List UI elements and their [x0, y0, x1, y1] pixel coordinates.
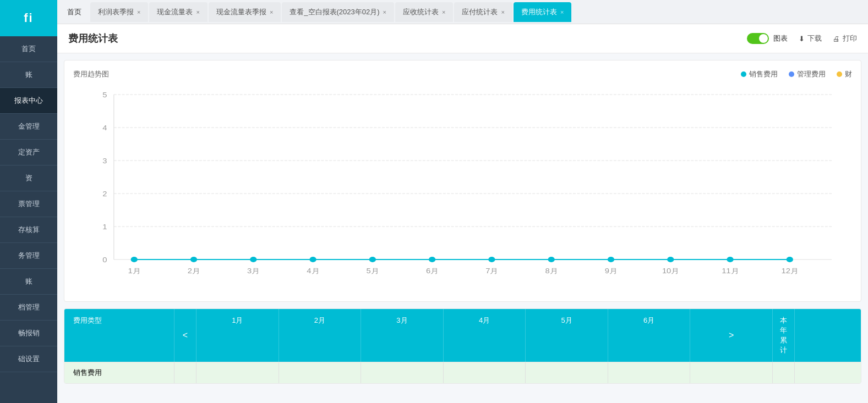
sidebar-item-settings[interactable]: 础设置: [0, 346, 57, 372]
row-val-0: [174, 362, 196, 383]
tab-close-cashflow[interactable]: ×: [196, 9, 199, 15]
table-row: 销售费用: [64, 362, 861, 383]
col-month-3: 3月: [361, 309, 444, 362]
row-val-2: [279, 362, 362, 383]
row-label: 销售费用: [64, 362, 174, 383]
toggle-label: 图表: [773, 34, 788, 43]
sidebar-item-reports[interactable]: 报表中心: [0, 88, 57, 114]
tab-receivable[interactable]: 应收统计表 ×: [395, 2, 453, 22]
main-area: 首页 利润表季报 × 现金流量表 × 现金流量表季报 × 查看_空白报表(202…: [57, 0, 868, 403]
sidebar-item-expense[interactable]: 畅报销: [0, 321, 57, 346]
sidebar-item-account[interactable]: 账: [0, 62, 57, 88]
svg-text:10月: 10月: [662, 267, 679, 274]
svg-text:0: 0: [102, 256, 107, 263]
tab-close-profit-quarter[interactable]: ×: [137, 9, 140, 15]
sidebar-item-archive[interactable]: 档管理: [0, 295, 57, 321]
table-header: 费用类型 < 1月 2月 3月 4月 5月 6月 > 本年累计: [64, 309, 861, 362]
svg-text:4: 4: [102, 124, 107, 131]
tab-close-blank[interactable]: ×: [383, 9, 386, 15]
col-nav-prev[interactable]: <: [174, 309, 196, 362]
chart-header: 费用趋势图 销售费用 管理费用 财: [73, 69, 852, 79]
col-month-6: 6月: [608, 309, 691, 362]
svg-text:4月: 4月: [307, 267, 319, 274]
tab-profit-quarter[interactable]: 利润表季报 ×: [90, 2, 148, 22]
svg-text:2月: 2月: [188, 267, 200, 274]
print-icon: 🖨: [833, 35, 840, 43]
header-actions: 图表 ⬇ 下载 🖨 打印: [747, 33, 857, 44]
legend-dot-admin: [789, 71, 794, 77]
legend-dot-sales: [741, 71, 746, 77]
col-month-2: 2月: [279, 309, 362, 362]
svg-point-27: [250, 257, 256, 262]
svg-text:3月: 3月: [247, 267, 259, 274]
svg-text:12月: 12月: [781, 267, 798, 274]
row-val-6: [608, 362, 691, 383]
chart-toggle-wrap: 图表: [747, 33, 788, 44]
chart-container: 5 4 3 2 1 0 1月 2月 3月 4月 5月: [73, 84, 852, 292]
svg-point-26: [190, 257, 197, 262]
tab-cashflow[interactable]: 现金流量表 ×: [149, 2, 207, 22]
col-month-4: 4月: [444, 309, 526, 362]
svg-text:5月: 5月: [367, 267, 379, 274]
tab-home[interactable]: 首页: [59, 2, 89, 22]
tab-close-payable[interactable]: ×: [501, 9, 504, 15]
sidebar-item-ledger[interactable]: 账: [0, 269, 57, 295]
row-val-5: [526, 362, 608, 383]
tab-bar: 首页 利润表季报 × 现金流量表 × 现金流量表季报 × 查看_空白报表(202…: [57, 0, 868, 24]
sidebar-item-home[interactable]: 首页: [0, 36, 57, 62]
page-header: 费用统计表 图表 ⬇ 下载 🖨 打印: [57, 24, 868, 53]
legend-label-finance: 财: [845, 69, 852, 79]
sidebar-item-inventory[interactable]: 存核算: [0, 217, 57, 243]
svg-point-31: [488, 257, 495, 262]
download-icon: ⬇: [799, 35, 805, 43]
sidebar-item-assets[interactable]: 定资产: [0, 140, 57, 165]
tab-close-receivable[interactable]: ×: [442, 9, 445, 15]
trend-chart: 5 4 3 2 1 0 1月 2月 3月 4月 5月: [73, 84, 852, 292]
svg-text:7月: 7月: [485, 267, 498, 274]
tab-cashflow-quarter[interactable]: 现金流量表季报 ×: [209, 2, 281, 22]
sidebar: fi 首页 账 报表中心 金管理 定资产 资 票管理 存核算 务管理 账 档管理…: [0, 0, 57, 403]
tab-blank-report[interactable]: 查看_空白报表(2023年02月) ×: [282, 2, 394, 22]
sidebar-logo: fi: [0, 0, 57, 36]
sidebar-item-invoice[interactable]: 票管理: [0, 191, 57, 217]
sidebar-item-cash[interactable]: 金管理: [0, 114, 57, 140]
tab-close-cashflow-quarter[interactable]: ×: [270, 9, 273, 15]
tab-payable[interactable]: 应付统计表 ×: [454, 2, 512, 22]
tab-close-expense[interactable]: ×: [560, 9, 564, 15]
data-table: 费用类型 < 1月 2月 3月 4月 5月 6月 > 本年累计 销售费用: [64, 308, 861, 384]
tab-expense-stats[interactable]: 费用统计表 ×: [514, 2, 571, 22]
svg-text:11月: 11月: [722, 267, 739, 274]
svg-text:1月: 1月: [128, 267, 140, 274]
sidebar-item-capital[interactable]: 资: [0, 165, 57, 191]
svg-point-30: [429, 257, 435, 262]
svg-text:8月: 8月: [545, 267, 557, 274]
row-val-3: [361, 362, 444, 383]
svg-text:5: 5: [102, 91, 107, 98]
svg-point-32: [548, 257, 555, 262]
svg-point-33: [608, 257, 614, 262]
chart-legend: 销售费用 管理费用 财: [741, 69, 852, 79]
sidebar-item-service[interactable]: 务管理: [0, 243, 57, 269]
content-area: 费用趋势图 销售费用 管理费用 财: [57, 53, 868, 403]
col-type: 费用类型: [64, 309, 174, 362]
col-nav-next[interactable]: >: [690, 309, 773, 362]
svg-point-29: [369, 257, 376, 262]
row-val-4: [444, 362, 526, 383]
svg-point-35: [727, 257, 733, 262]
svg-point-28: [309, 257, 316, 262]
legend-dot-finance: [837, 71, 842, 77]
svg-text:9月: 9月: [605, 267, 617, 274]
page-title: 费用统计表: [68, 32, 118, 45]
chart-title: 费用趋势图: [73, 69, 109, 79]
svg-text:1: 1: [102, 223, 107, 230]
svg-text:6月: 6月: [426, 267, 438, 274]
download-button[interactable]: ⬇ 下载: [799, 34, 822, 43]
print-button[interactable]: 🖨 打印: [833, 34, 857, 43]
svg-point-36: [787, 257, 793, 262]
col-month-1: 1月: [196, 309, 279, 362]
svg-point-34: [667, 257, 674, 262]
row-val-8: [773, 362, 795, 383]
row-val-7: [690, 362, 773, 383]
chart-toggle[interactable]: [747, 33, 769, 44]
legend-finance: 财: [837, 69, 852, 79]
